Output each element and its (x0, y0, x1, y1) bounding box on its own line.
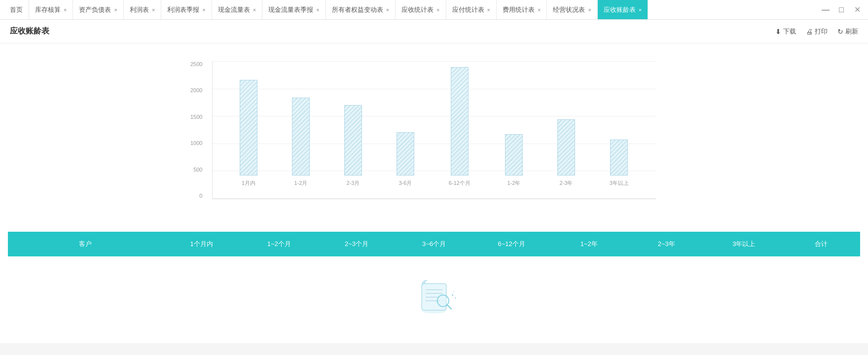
y-label: 1000 (190, 140, 202, 146)
bar-label-4: 6-12个月 (449, 179, 470, 187)
tab-item-12[interactable]: 应收账龄表× (598, 0, 648, 20)
y-label: 2000 (190, 87, 202, 93)
tab-item-1[interactable]: 库存核算× (29, 0, 73, 20)
tab-label: 利润表 (130, 5, 149, 14)
refresh-icon: ↻ (837, 28, 843, 36)
th-cell-7: 2~3年 (628, 240, 705, 248)
svg-point-7 (439, 297, 447, 305)
th-cell-3: 2~3个月 (318, 240, 395, 248)
bar-col-7: 3年以上 (610, 61, 629, 187)
tab-label: 首页 (10, 5, 23, 14)
y-axis: 2500 2000 1500 1000 500 0 (190, 61, 202, 199)
bar-col-0: 1月内 (240, 61, 257, 187)
tab-label: 资产负债表 (79, 5, 111, 14)
tab-item-10[interactable]: 费用统计表× (497, 0, 547, 20)
bar-6 (557, 119, 575, 176)
bar-label-6: 2-3年 (559, 179, 573, 187)
tab-item-9[interactable]: 应付统计表× (446, 0, 497, 20)
svg-point-11 (453, 291, 454, 292)
bar-3 (397, 132, 414, 176)
chart-container: 2500 2000 1500 1000 500 0 1月内1-2月2-3月3-6… (8, 51, 860, 224)
bar-label-5: 1-2年 (507, 179, 520, 187)
svg-point-9 (452, 294, 453, 296)
bar-col-1: 1-2月 (292, 61, 310, 187)
tab-label: 应收统计表 (401, 5, 434, 14)
th-cell-4: 3~6个月 (395, 240, 472, 248)
page-title: 应收账龄表 (10, 26, 49, 36)
refresh-button[interactable]: ↻ 刷新 (837, 27, 858, 36)
tab-close-btn[interactable]: × (386, 7, 389, 13)
tab-item-4[interactable]: 利润表季报× (161, 0, 212, 20)
empty-state-icon (409, 274, 459, 318)
maximize-button[interactable]: □ (834, 3, 848, 17)
bar-col-6: 2-3年 (557, 61, 575, 187)
header-actions: ⬇ 下载 🖨 打印 ↻ 刷新 (775, 27, 858, 36)
bar-col-5: 1-2年 (505, 61, 523, 187)
bar-7 (610, 140, 628, 176)
y-label: 0 (190, 193, 202, 199)
tab-close-btn[interactable]: × (316, 7, 319, 13)
window-actions: — □ ✕ (819, 3, 864, 17)
tab-item-3[interactable]: 利润表× (124, 0, 161, 20)
tab-label: 利润表季报 (167, 5, 199, 14)
tab-item-2[interactable]: 资产负债表× (73, 0, 123, 20)
tab-close-btn[interactable]: × (64, 7, 67, 13)
tab-close-btn[interactable]: × (588, 7, 591, 13)
tab-label: 库存核算 (35, 5, 61, 14)
tab-label: 经营状况表 (553, 5, 585, 14)
tab-close-btn[interactable]: × (202, 7, 205, 13)
tab-item-0[interactable]: 首页 (4, 0, 29, 20)
tab-close-btn[interactable]: × (639, 7, 642, 13)
table-body (8, 256, 860, 335)
bar-col-4: 6-12个月 (449, 61, 470, 187)
print-icon: 🖨 (806, 28, 813, 36)
bar-1 (292, 98, 310, 176)
tab-close-btn[interactable]: × (487, 7, 490, 13)
tab-close-btn[interactable]: × (114, 7, 117, 13)
bar-col-2: 2-3月 (344, 61, 362, 187)
tab-label: 所有者权益变动表 (332, 5, 383, 14)
th-cell-2: 1~2个月 (240, 240, 318, 248)
bar-label-2: 2-3月 (346, 179, 360, 187)
close-button[interactable]: ✕ (850, 3, 864, 17)
tab-close-btn[interactable]: × (538, 7, 541, 13)
th-cell-5: 6~12个月 (473, 240, 550, 248)
tab-label: 应付统计表 (452, 5, 484, 14)
bar-0 (240, 80, 257, 176)
tab-item-6[interactable]: 现金流量表季报× (262, 0, 326, 20)
bar-label-7: 3年以上 (610, 179, 629, 187)
tab-label: 应收账龄表 (604, 5, 636, 14)
tab-item-11[interactable]: 经营状况表× (547, 0, 597, 20)
minimize-button[interactable]: — (819, 3, 832, 17)
main-content: 2500 2000 1500 1000 500 0 1月内1-2月2-3月3-6… (0, 43, 868, 343)
download-icon: ⬇ (775, 28, 781, 36)
y-label: 500 (190, 167, 202, 173)
tab-close-btn[interactable]: × (253, 7, 256, 13)
tab-bar: 首页库存核算×资产负债表×利润表×利润表季报×现金流量表×现金流量表季报×所有者… (0, 0, 868, 20)
tab-item-8[interactable]: 应收统计表× (396, 0, 446, 20)
th-cell-1: 1个月内 (163, 240, 240, 248)
y-label: 2500 (190, 61, 202, 67)
print-button[interactable]: 🖨 打印 (806, 27, 828, 36)
table-header: 客户1个月内1~2个月2~3个月3~6个月6~12个月1~2年2~3年3年以上合… (8, 232, 860, 256)
tab-close-btn[interactable]: × (152, 7, 155, 13)
th-cell-0: 客户 (8, 240, 163, 248)
tab-item-5[interactable]: 现金流量表× (212, 0, 262, 20)
bar-label-0: 1月内 (242, 179, 255, 187)
bar-label-3: 3-6月 (398, 179, 412, 187)
download-button[interactable]: ⬇ 下载 (775, 27, 796, 36)
tab-item-7[interactable]: 所有者权益变动表× (326, 0, 396, 20)
th-cell-6: 1~2年 (550, 240, 628, 248)
tab-label: 现金流量表季报 (268, 5, 313, 14)
th-cell-8: 3年以上 (705, 240, 783, 248)
svg-point-10 (455, 297, 456, 299)
bar-5 (505, 134, 523, 176)
tab-label: 现金流量表 (218, 5, 250, 14)
bar-col-3: 3-6月 (397, 61, 414, 187)
y-label: 1500 (190, 114, 202, 120)
bar-4 (451, 67, 469, 176)
th-cell-9: 合计 (783, 240, 860, 248)
bar-label-1: 1-2月 (294, 179, 308, 187)
bar-2 (344, 105, 362, 176)
tab-close-btn[interactable]: × (436, 7, 439, 13)
